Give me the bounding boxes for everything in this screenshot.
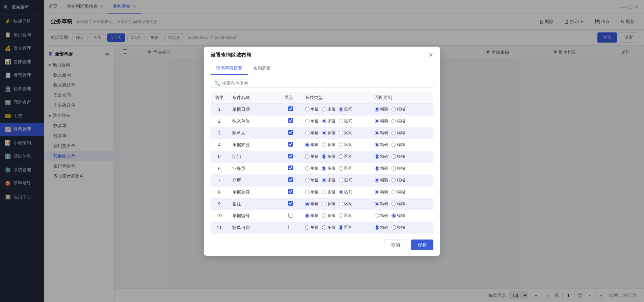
match-radio-模糊[interactable]: 模糊 xyxy=(392,213,405,219)
radio-input[interactable] xyxy=(305,143,310,147)
radio-input[interactable] xyxy=(392,107,396,111)
type-radio-多值[interactable]: 多值 xyxy=(322,177,336,183)
show-checkbox[interactable] xyxy=(288,166,293,170)
radio-input[interactable] xyxy=(392,202,396,206)
radio-input[interactable] xyxy=(375,225,379,230)
match-radio-模糊[interactable]: 模糊 xyxy=(392,130,405,136)
radio-input[interactable] xyxy=(375,202,379,206)
type-radio-多值[interactable]: 多值 xyxy=(322,130,336,136)
type-radio-多值[interactable]: 多值 xyxy=(322,154,336,159)
type-radio-区间[interactable]: 区间 xyxy=(339,118,352,124)
radio-input[interactable] xyxy=(392,166,396,171)
show-checkbox[interactable] xyxy=(288,189,293,194)
radio-input[interactable] xyxy=(375,119,379,123)
match-radio-精确[interactable]: 精确 xyxy=(375,189,388,195)
type-radio-区间[interactable]: 区间 xyxy=(339,106,352,112)
radio-input[interactable] xyxy=(392,213,396,218)
type-radio-多值[interactable]: 多值 xyxy=(322,201,336,207)
radio-input[interactable] xyxy=(339,202,343,206)
type-radio-单值[interactable]: 单值 xyxy=(305,213,319,219)
radio-input[interactable] xyxy=(339,178,343,182)
radio-input[interactable] xyxy=(392,178,396,182)
match-radio-模糊[interactable]: 模糊 xyxy=(392,166,405,171)
type-radio-区间[interactable]: 区间 xyxy=(339,213,352,219)
radio-input[interactable] xyxy=(305,131,310,135)
radio-input[interactable] xyxy=(339,119,343,123)
radio-input[interactable] xyxy=(305,119,310,123)
match-radio-精确[interactable]: 精确 xyxy=(375,225,388,230)
radio-input[interactable] xyxy=(392,190,396,194)
type-radio-单值[interactable]: 单值 xyxy=(305,130,319,136)
radio-input[interactable] xyxy=(322,225,326,230)
show-checkbox[interactable] xyxy=(288,154,293,158)
type-radio-多值[interactable]: 多值 xyxy=(322,166,336,171)
match-radio-模糊[interactable]: 模糊 xyxy=(392,189,405,195)
radio-input[interactable] xyxy=(339,225,343,230)
radio-input[interactable] xyxy=(322,107,326,111)
radio-input[interactable] xyxy=(305,190,310,194)
radio-input[interactable] xyxy=(392,154,396,159)
radio-input[interactable] xyxy=(339,154,343,159)
show-checkbox[interactable] xyxy=(288,118,293,123)
show-checkbox[interactable] xyxy=(288,177,293,182)
match-radio-模糊[interactable]: 模糊 xyxy=(392,177,405,183)
match-radio-精确[interactable]: 精确 xyxy=(375,154,388,159)
radio-input[interactable] xyxy=(305,154,310,159)
type-radio-单值[interactable]: 单值 xyxy=(305,154,319,159)
radio-input[interactable] xyxy=(392,225,396,230)
radio-input[interactable] xyxy=(305,213,310,218)
radio-input[interactable] xyxy=(392,143,396,147)
type-radio-单值[interactable]: 单值 xyxy=(305,177,319,183)
show-checkbox[interactable] xyxy=(288,142,293,147)
type-radio-区间[interactable]: 区间 xyxy=(339,201,352,207)
match-radio-精确[interactable]: 精确 xyxy=(375,166,388,171)
show-checkbox[interactable] xyxy=(288,106,293,111)
radio-input[interactable] xyxy=(305,225,310,230)
show-checkbox[interactable] xyxy=(288,225,293,229)
radio-input[interactable] xyxy=(322,213,326,218)
radio-input[interactable] xyxy=(375,131,379,135)
radio-input[interactable] xyxy=(305,178,310,182)
tab-query-fields[interactable]: 查询字段设置 xyxy=(211,62,248,75)
type-radio-多值[interactable]: 多值 xyxy=(322,142,336,148)
radio-input[interactable] xyxy=(392,119,396,123)
type-radio-单值[interactable]: 单值 xyxy=(305,225,319,230)
radio-input[interactable] xyxy=(339,166,343,171)
match-radio-模糊[interactable]: 模糊 xyxy=(392,201,405,207)
match-radio-精确[interactable]: 精确 xyxy=(375,142,388,148)
type-radio-单值[interactable]: 单值 xyxy=(305,166,319,171)
radio-input[interactable] xyxy=(322,178,326,182)
radio-input[interactable] xyxy=(322,202,326,206)
radio-input[interactable] xyxy=(339,107,343,111)
type-radio-区间[interactable]: 区间 xyxy=(339,177,352,183)
radio-input[interactable] xyxy=(322,143,326,147)
type-radio-区间[interactable]: 区间 xyxy=(339,142,352,148)
type-radio-区间[interactable]: 区间 xyxy=(339,154,352,159)
cancel-button[interactable]: 取消 xyxy=(384,240,407,250)
radio-input[interactable] xyxy=(375,190,379,194)
match-radio-精确[interactable]: 精确 xyxy=(375,177,388,183)
match-radio-模糊[interactable]: 模糊 xyxy=(392,154,405,159)
radio-input[interactable] xyxy=(375,166,379,171)
radio-input[interactable] xyxy=(339,190,343,194)
type-radio-单值[interactable]: 单值 xyxy=(305,189,319,195)
save-dialog-button[interactable]: 保存 xyxy=(411,240,433,250)
radio-input[interactable] xyxy=(339,213,343,218)
tab-layout-adjust[interactable]: 布局调整 xyxy=(248,62,276,75)
type-radio-区间[interactable]: 区间 xyxy=(339,189,352,195)
type-radio-单值[interactable]: 单值 xyxy=(305,118,319,124)
match-radio-精确[interactable]: 精确 xyxy=(375,201,388,207)
radio-input[interactable] xyxy=(322,166,326,171)
type-radio-区间[interactable]: 区间 xyxy=(339,225,352,230)
radio-input[interactable] xyxy=(305,202,310,206)
radio-input[interactable] xyxy=(322,154,326,159)
radio-input[interactable] xyxy=(322,131,326,135)
radio-input[interactable] xyxy=(375,107,379,111)
radio-input[interactable] xyxy=(305,107,310,111)
search-input[interactable] xyxy=(222,81,430,86)
match-radio-精确[interactable]: 精确 xyxy=(375,118,388,124)
radio-input[interactable] xyxy=(322,119,326,123)
radio-input[interactable] xyxy=(375,154,379,159)
radio-input[interactable] xyxy=(392,131,396,135)
type-radio-多值[interactable]: 多值 xyxy=(322,118,336,124)
